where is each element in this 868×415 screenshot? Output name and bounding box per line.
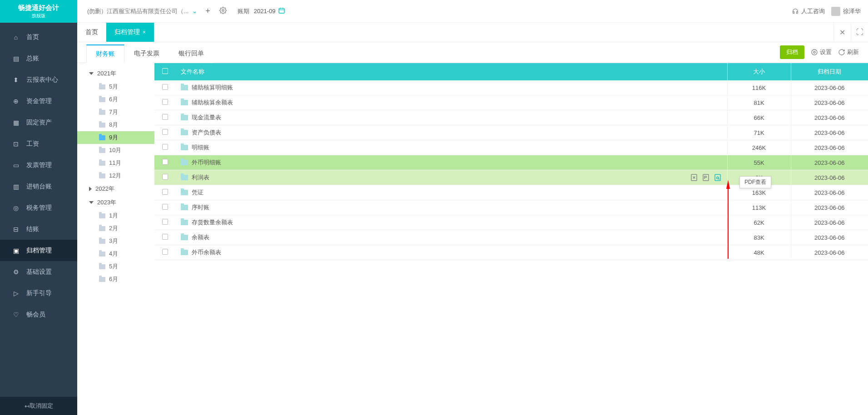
tree-month[interactable]: 4月 — [77, 247, 154, 260]
folder-icon — [99, 252, 105, 257]
company-selector[interactable]: (勿删）江西服宝精品有限责任公司（... — [87, 7, 188, 15]
nav-item-4[interactable]: ▦固定资产 — [0, 112, 77, 133]
file-date: 2023-06-06 — [791, 125, 868, 140]
main-tab-0[interactable]: 首页 — [77, 23, 106, 42]
tree-year-2[interactable]: 2023年 — [77, 196, 154, 209]
row-checkbox[interactable] — [162, 159, 168, 165]
tree-month[interactable]: 5月 — [77, 80, 154, 93]
tree-year-0[interactable]: 2021年 — [77, 67, 154, 80]
sub-tab-1[interactable]: 电子发票 — [124, 44, 169, 63]
file-name: 现金流量表 — [192, 114, 221, 122]
nav-item-8[interactable]: ◎税务管理 — [0, 197, 77, 218]
pdf-export-icon[interactable] — [702, 173, 710, 182]
tree-month[interactable]: 8月 — [77, 119, 154, 131]
nav-item-6[interactable]: ▭发票管理 — [0, 154, 77, 176]
nav-item-11[interactable]: ⚙基础设置 — [0, 261, 77, 282]
sub-tab-0[interactable]: 财务账 — [86, 44, 124, 63]
tree-month[interactable]: 12月 — [77, 169, 154, 182]
company-settings-icon[interactable] — [219, 7, 227, 15]
table-row[interactable]: 资产负债表 71K 2023-06-06 — [154, 125, 868, 140]
month-label: 9月 — [109, 133, 118, 142]
file-name: 外币余额表 — [192, 248, 221, 257]
row-checkbox[interactable] — [162, 84, 168, 90]
tree-month[interactable]: 2月 — [77, 222, 154, 235]
table-row[interactable]: 余额表 83K 2023-06-06 — [154, 230, 868, 245]
tab-close-icon[interactable]: × — [143, 29, 146, 35]
tree-month[interactable]: 6月 — [77, 273, 154, 286]
pdf-view-icon[interactable] — [714, 173, 722, 182]
nav-item-13[interactable]: ♡畅会员 — [0, 304, 77, 325]
nav-icon: ⬍ — [12, 76, 20, 84]
refresh-link[interactable]: 刷新 — [838, 48, 859, 56]
table-row[interactable]: 存货数量余额表 62K 2023-06-06 — [154, 215, 868, 230]
tree-year-1[interactable]: 2022年 — [77, 182, 154, 196]
file-size: 113K — [727, 200, 791, 215]
sidebar-unpin[interactable]: ↤ 取消固定 — [0, 397, 77, 415]
main-tab-1[interactable]: 归档管理× — [106, 23, 154, 42]
headset-icon — [792, 8, 799, 15]
tree-month[interactable]: 5月 — [77, 260, 154, 273]
nav-icon: ⚙ — [12, 268, 20, 276]
table-row[interactable]: 外币余额表 48K 2023-06-06 — [154, 245, 868, 260]
calendar-icon[interactable] — [278, 7, 285, 15]
period-value[interactable]: 2021-09 — [254, 8, 276, 15]
tree-month[interactable]: 7月 — [77, 106, 154, 119]
tab-close-button[interactable]: ✕ — [833, 23, 851, 42]
row-checkbox[interactable] — [162, 249, 168, 255]
tree-month[interactable]: 9月 — [77, 131, 154, 144]
folder-icon — [99, 226, 105, 231]
tree-month[interactable]: 10月 — [77, 144, 154, 157]
tree-month[interactable]: 1月 — [77, 209, 154, 222]
row-checkbox[interactable] — [162, 144, 168, 150]
table-row[interactable]: 辅助核算明细账 116K 2023-06-06 — [154, 80, 868, 95]
fullscreen-button[interactable]: ⛶ — [851, 23, 868, 42]
nav-item-1[interactable]: ▤总账 — [0, 48, 77, 69]
tree-month[interactable]: 6月 — [77, 93, 154, 106]
table-row[interactable]: 辅助核算余额表 81K 2023-06-06 — [154, 95, 868, 110]
caret-icon — [89, 72, 94, 75]
row-checkbox[interactable] — [162, 234, 168, 240]
nav-item-10[interactable]: ▣归档管理 — [0, 240, 77, 261]
folder-icon — [99, 161, 105, 166]
sub-tab-2[interactable]: 银行回单 — [169, 44, 213, 63]
archive-button[interactable]: 归档 — [780, 45, 804, 59]
user-menu[interactable]: 徐泽华 — [831, 7, 861, 16]
brand-logo[interactable]: 畅捷通好会计 旗舰版 — [0, 0, 77, 23]
brand-title: 畅捷通好会计 — [18, 4, 59, 12]
row-checkbox[interactable] — [162, 189, 168, 195]
col-header-name: 文件名称 — [175, 63, 727, 80]
table-row[interactable]: 明细账 246K 2023-06-06 — [154, 140, 868, 155]
table-row[interactable]: 外币明细账 55K 2023-06-06 — [154, 155, 868, 170]
add-company-button[interactable]: + — [205, 6, 210, 16]
company-dropdown-icon[interactable]: ⌄ — [192, 8, 197, 15]
excel-export-icon[interactable] — [690, 173, 698, 182]
nav-icon: ⊟ — [12, 225, 20, 233]
nav-item-9[interactable]: ⊟结账 — [0, 218, 77, 240]
nav-item-2[interactable]: ⬍云报表中心 — [0, 69, 77, 90]
settings-link[interactable]: 设置 — [811, 48, 832, 56]
file-size: 246K — [727, 140, 791, 155]
file-size: 62K — [727, 215, 791, 230]
row-checkbox[interactable] — [162, 204, 168, 210]
month-label: 8月 — [109, 121, 118, 129]
nav-item-5[interactable]: ⊡工资 — [0, 133, 77, 154]
row-checkbox[interactable] — [162, 129, 168, 135]
nav-item-12[interactable]: ▷新手引导 — [0, 282, 77, 304]
username: 徐泽华 — [843, 7, 861, 15]
file-date: 2023-06-06 — [791, 230, 868, 245]
table-row[interactable]: 序时账 113K 2023-06-06 — [154, 200, 868, 215]
tree-month[interactable]: 3月 — [77, 235, 154, 247]
nav-item-7[interactable]: ▥进销台账 — [0, 176, 77, 197]
svg-rect-1 — [279, 8, 284, 13]
table-row[interactable]: 现金流量表 66K 2023-06-06 — [154, 110, 868, 125]
nav-item-3[interactable]: ⊕资金管理 — [0, 90, 77, 112]
row-checkbox[interactable] — [162, 174, 168, 180]
row-checkbox[interactable] — [162, 99, 168, 105]
nav-item-0[interactable]: ⌂首页 — [0, 26, 77, 48]
row-checkbox[interactable] — [162, 219, 168, 225]
consult-button[interactable]: 人工咨询 — [792, 7, 825, 15]
file-size: 55K — [727, 155, 791, 170]
tree-month[interactable]: 11月 — [77, 157, 154, 169]
select-all-checkbox[interactable] — [162, 68, 168, 74]
row-checkbox[interactable] — [162, 114, 168, 120]
